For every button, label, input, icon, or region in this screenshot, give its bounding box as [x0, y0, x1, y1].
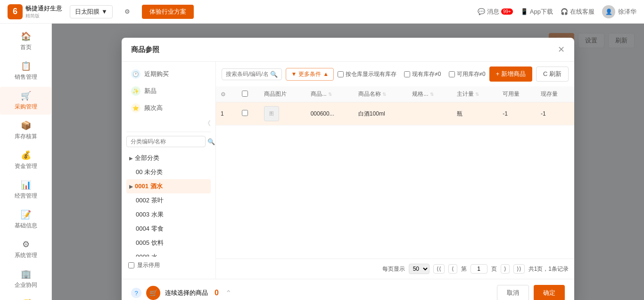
- prev-page-btn[interactable]: ⟨: [448, 264, 457, 274]
- settings-icon[interactable]: ⚙: [120, 5, 134, 19]
- app-download-area[interactable]: 📱 App下载: [520, 8, 553, 16]
- purchase-icon: 🛒: [21, 91, 31, 101]
- sidebar-item-inventory[interactable]: 📦 库存核算: [0, 117, 51, 144]
- th-check[interactable]: [237, 86, 260, 102]
- th-unit[interactable]: 主计量 ⇅: [452, 86, 498, 102]
- filter-arrow-icon: ▲: [323, 71, 329, 77]
- first-page-btn[interactable]: ⟨⟨: [433, 264, 445, 274]
- checkbox-available-ne0-input[interactable]: [449, 71, 455, 77]
- cart-icon[interactable]: 🛒: [146, 286, 160, 300]
- pagination: 每页显示 50 ⟨⟨ ⟨ 第 页 ⟩ ⟩⟩ 共1页，1条记录: [216, 258, 574, 279]
- add-product-button[interactable]: + 新增商品: [489, 67, 532, 82]
- sidebar-label-operation: 经营管理: [15, 192, 37, 200]
- cancel-button[interactable]: 取消: [497, 285, 529, 300]
- sidebar-item-operation[interactable]: 📊 经营管理: [0, 176, 51, 204]
- page-number-input[interactable]: [471, 264, 487, 274]
- tree-item-all[interactable]: ▶ 全部分类: [126, 151, 211, 165]
- th-name[interactable]: 商品名称 ⇅: [354, 86, 408, 102]
- inventory-icon: 📦: [21, 120, 31, 131]
- tree-item-0008[interactable]: 0008 水: [126, 250, 211, 257]
- logo-area: 6 畅捷通好生意 精简版: [8, 4, 62, 19]
- category-search-input[interactable]: [126, 136, 206, 147]
- sidebar-item-sales[interactable]: 📋 销售管理: [0, 57, 51, 85]
- modal-header: 商品参照 ✕: [122, 38, 574, 62]
- tree-arrow-0001: ▶: [129, 184, 133, 189]
- tab-recent-label: 近期购买: [144, 70, 169, 78]
- tree-item-0003[interactable]: 0003 水果: [126, 208, 211, 222]
- tree-label-0008: 0008 水: [129, 253, 157, 257]
- checkbox-warehouse-label: 按仓库显示现有库存: [346, 70, 396, 78]
- category-tree: ▶ 全部分类 00 未分类 ▶ 0001 酒水 0002 茶: [122, 151, 215, 257]
- th-code[interactable]: 商品... ⇅: [306, 86, 354, 102]
- tab-recent-purchase[interactable]: 🕐 近期购买: [126, 67, 211, 82]
- th-gear[interactable]: ⚙: [216, 86, 237, 102]
- tree-label-0002: 0002 茶叶: [129, 196, 164, 205]
- table-row[interactable]: 1 图 000600... 白酒100ml: [216, 102, 574, 125]
- category-search-icon[interactable]: 🔍: [207, 138, 215, 145]
- cell-no: 1: [216, 102, 237, 125]
- checkbox-stock-ne0[interactable]: 现有库存≠0: [404, 70, 441, 78]
- tree-item-0002[interactable]: 0002 茶叶: [126, 193, 211, 208]
- tab-new-label: 新品: [144, 87, 157, 95]
- refresh-button[interactable]: C 刷新: [536, 67, 569, 82]
- modal-close-button[interactable]: ✕: [558, 44, 565, 55]
- show-disabled-checkbox[interactable]: [128, 262, 134, 268]
- gear-col-icon[interactable]: ⚙: [221, 91, 226, 98]
- new-icon: ✨: [131, 86, 140, 96]
- sidebar-item-purchase[interactable]: 🛒 采购管理: [0, 87, 51, 115]
- product-search-icon[interactable]: 🔍: [270, 71, 278, 78]
- modal-footer: ? 🛒 连续选择的商品 0 ⌃ 取消 确定: [122, 279, 574, 300]
- tab-new-products[interactable]: ✨ 新品: [126, 83, 211, 99]
- tree-item-0001[interactable]: ▶ 0001 酒水: [126, 179, 211, 193]
- trial-button[interactable]: 体验行业方案: [142, 5, 194, 19]
- sidebar-item-finance[interactable]: 💰 资金管理: [0, 146, 51, 174]
- logo-text: 畅捷通好生意 精简版: [25, 4, 62, 19]
- footer-collapse-icon[interactable]: ⌃: [225, 289, 231, 298]
- show-disabled-row: 显示停用: [122, 257, 215, 274]
- app-icon: 📱: [520, 8, 528, 15]
- collapse-left-icon[interactable]: 《: [204, 119, 211, 128]
- sidebar-item-system[interactable]: ⚙ 系统管理: [0, 235, 51, 263]
- product-table: ⚙ 商品图片: [216, 86, 574, 125]
- modal-body: 🕐 近期购买 ✨ 新品 ⭐ 频次高: [122, 62, 574, 279]
- continuous-label: 连续选择的商品: [165, 289, 208, 297]
- confirm-button[interactable]: 确定: [534, 285, 565, 300]
- th-spec[interactable]: 规格... ⇅: [407, 86, 452, 102]
- tree-item-0004[interactable]: 0004 零食: [126, 222, 211, 236]
- cell-check[interactable]: [237, 102, 260, 125]
- username: 徐泽华: [618, 8, 636, 16]
- checkbox-warehouse-input[interactable]: [338, 71, 344, 77]
- service-area[interactable]: 🎧 在线客服: [561, 8, 594, 16]
- total-records: 共1页，1条记录: [528, 265, 569, 273]
- product-search-input[interactable]: [226, 71, 268, 77]
- store-dropdown[interactable]: 日太阳膜 ▼: [70, 5, 113, 18]
- navbar: 6 畅捷通好生意 精简版 日太阳膜 ▼ ⚙ 体验行业方案 💬 消息 99+ 📱 …: [0, 0, 644, 24]
- logo-brand: 畅捷通好生意: [25, 4, 62, 13]
- next-page-btn[interactable]: ⟩: [501, 264, 510, 274]
- checkbox-available-ne0[interactable]: 可用库存≠0: [449, 70, 486, 78]
- sidebar-item-enterprise[interactable]: 🏢 企业协同: [0, 265, 51, 293]
- product-thumbnail: 图: [264, 106, 279, 121]
- tree-item-00[interactable]: 00 未分类: [126, 165, 211, 179]
- table-body: 1 图 000600... 白酒100ml: [216, 102, 574, 125]
- help-icon[interactable]: ?: [131, 288, 141, 298]
- sidebar-item-home[interactable]: 🏠 首页: [0, 27, 51, 55]
- sidebar-item-guide[interactable]: 🧭 新手引导: [0, 295, 51, 300]
- basic-icon: 📝: [21, 209, 31, 220]
- sidebar-item-basic[interactable]: 📝 基础信息: [0, 206, 51, 233]
- checkbox-stock-ne0-input[interactable]: [404, 71, 410, 77]
- message-area[interactable]: 💬 消息 99+: [478, 8, 513, 16]
- tree-item-0005[interactable]: 0005 饮料: [126, 236, 211, 250]
- per-page-select[interactable]: 50: [409, 264, 429, 274]
- select-all-checkbox[interactable]: [242, 91, 248, 97]
- row-checkbox[interactable]: [242, 110, 248, 116]
- finance-icon: 💰: [21, 150, 31, 160]
- user-area[interactable]: 👤 徐泽华: [602, 5, 636, 18]
- sidebar-label-basic: 基础信息: [15, 222, 37, 230]
- checkbox-warehouse[interactable]: 按仓库显示现有库存: [338, 70, 396, 78]
- more-filter-button[interactable]: ▼ 更多条件 ▲: [286, 68, 334, 81]
- divider: [126, 132, 211, 132]
- tab-frequent[interactable]: ⭐ 频次高: [126, 100, 211, 116]
- product-search-bar[interactable]: 🔍: [222, 68, 282, 80]
- last-page-btn[interactable]: ⟩⟩: [513, 264, 525, 274]
